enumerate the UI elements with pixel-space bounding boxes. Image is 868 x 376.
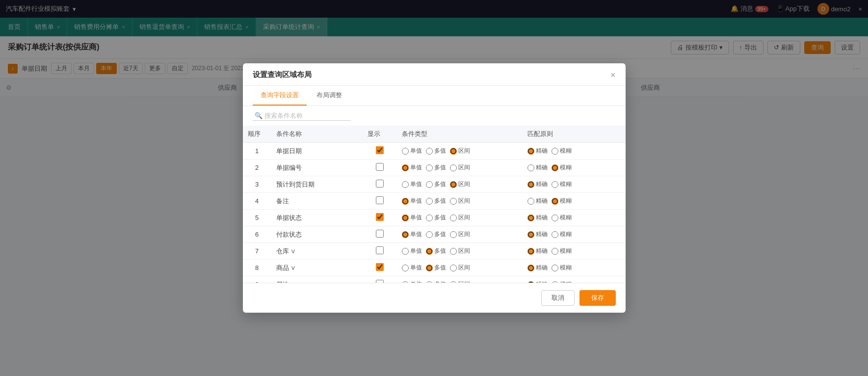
dialog-header: 设置查询区域布局 × bbox=[243, 63, 626, 86]
dialog-tab-query-fields[interactable]: 查询字段设置 bbox=[253, 86, 307, 97]
dialog-tab-layout-label: 布局调整 bbox=[316, 91, 342, 97]
modal-overlay: 设置查询区域布局 × 查询字段设置 布局调整 🔍 顺序 bbox=[0, 0, 868, 97]
settings-dialog: 设置查询区域布局 × 查询字段设置 布局调整 🔍 顺序 bbox=[243, 63, 626, 97]
dialog-tabs: 查询字段设置 布局调整 bbox=[243, 86, 626, 97]
dialog-close-button[interactable]: × bbox=[610, 71, 616, 80]
dialog-tab-query-fields-label: 查询字段设置 bbox=[261, 91, 299, 97]
dialog-tab-layout[interactable]: 布局调整 bbox=[309, 86, 350, 97]
dialog-title: 设置查询区域布局 bbox=[253, 70, 312, 80]
